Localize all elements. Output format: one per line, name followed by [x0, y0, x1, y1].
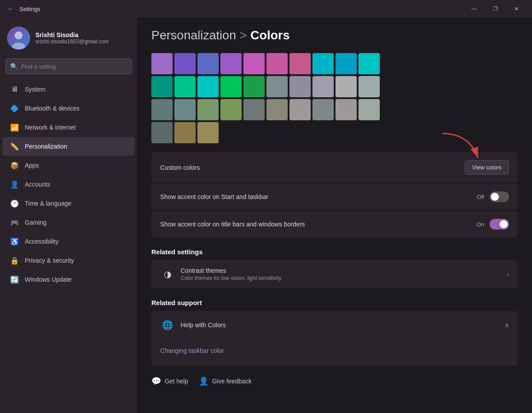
color-swatch-18[interactable] [335, 76, 357, 97]
color-swatch-10[interactable] [151, 76, 173, 97]
color-swatch-23[interactable] [220, 99, 242, 120]
help-icon: 🌐 [160, 318, 174, 332]
contrast-themes-text: Contrast themes Color themes for low vis… [181, 267, 281, 281]
sidebar-item-update[interactable]: 🔄 Windows Update [3, 270, 135, 289]
sidebar-item-system[interactable]: 🖥 System [3, 80, 135, 99]
get-help-item[interactable]: 💬 Get help [151, 376, 188, 386]
sidebar-label-network: Network & internet [25, 124, 76, 131]
help-title: Help with Colors [181, 321, 226, 329]
color-swatch-4[interactable] [243, 53, 265, 74]
accessibility-icon: ♿ [10, 237, 19, 246]
breadcrumb-separator: > [239, 28, 247, 42]
color-swatch-28[interactable] [335, 99, 357, 120]
accent-start-label: Show accent color on Start and taskbar [160, 193, 268, 200]
user-profile[interactable]: Srishti Sisodia srishti.sisodia1603@gmai… [0, 18, 137, 57]
feedback-label: Give feedback [212, 378, 252, 385]
nav-list: 🖥 System 🔷 Bluetooth & devices 📶 Network… [0, 80, 137, 289]
color-swatch-30[interactable] [151, 122, 173, 143]
personalization-icon: ✏️ [10, 141, 19, 151]
sidebar-item-apps[interactable]: 📦 Apps [3, 156, 135, 175]
accent-titlebar-label: Show accent color on title bars and wind… [160, 221, 305, 228]
breadcrumb: Personalization > Colors [151, 28, 518, 42]
contrast-themes-chevron: › [507, 271, 509, 278]
color-swatch-17[interactable] [312, 76, 334, 97]
sidebar-label-apps: Apps [25, 162, 39, 169]
help-body: Changing taskbar color [151, 339, 518, 366]
color-grid [151, 53, 518, 143]
color-swatch-7[interactable] [312, 53, 334, 74]
accent-start-toggle[interactable] [490, 191, 509, 202]
sidebar-label-system: System [25, 86, 46, 93]
title-bar: ← Settings — ❐ ✕ [0, 0, 532, 18]
sidebar-item-personalization[interactable]: ✏️ Personalization [3, 137, 135, 156]
color-swatch-11[interactable] [174, 76, 196, 97]
svg-point-1 [15, 31, 23, 39]
related-settings-heading: Related settings [151, 248, 518, 256]
update-icon: 🔄 [10, 275, 19, 284]
color-swatch-3[interactable] [220, 53, 242, 74]
color-swatch-26[interactable] [289, 99, 311, 120]
accounts-icon: 👤 [10, 180, 19, 189]
color-swatch-21[interactable] [174, 99, 196, 120]
color-swatch-13[interactable] [220, 76, 242, 97]
toggle-thumb [491, 193, 499, 201]
privacy-icon: 🔒 [10, 256, 19, 265]
help-link-taskbar[interactable]: Changing taskbar color [160, 343, 509, 359]
sidebar-item-gaming[interactable]: 🎮 Gaming [3, 213, 135, 232]
contrast-themes-subtitle: Color themes for low vision, light sensi… [181, 275, 281, 281]
breadcrumb-parent[interactable]: Personalization [151, 28, 236, 42]
view-colors-button[interactable]: View colors [465, 160, 509, 175]
color-swatch-14[interactable] [243, 76, 265, 97]
gaming-icon: 🎮 [10, 218, 19, 227]
sidebar-item-accessibility[interactable]: ♿ Accessibility [3, 232, 135, 251]
title-bar-title: Settings [19, 6, 460, 12]
color-swatch-15[interactable] [266, 76, 288, 97]
accent-titlebar-right: On [477, 219, 509, 229]
contrast-themes-title: Contrast themes [181, 267, 281, 274]
toggle-thumb-on [500, 220, 508, 228]
help-header[interactable]: 🌐 Help with Colors ∧ [151, 311, 518, 339]
color-swatch-6[interactable] [289, 53, 311, 74]
avatar [7, 27, 30, 50]
search-icon: 🔍 [10, 63, 18, 70]
sidebar-item-bluetooth[interactable]: 🔷 Bluetooth & devices [3, 99, 135, 118]
help-header-left: 🌐 Help with Colors [160, 318, 226, 332]
maximize-button[interactable]: ❐ [485, 2, 505, 16]
color-swatch-19[interactable] [359, 76, 380, 97]
search-input[interactable] [21, 63, 127, 70]
sidebar-item-accounts[interactable]: 👤 Accounts [3, 175, 135, 194]
color-swatch-1[interactable] [174, 53, 196, 74]
custom-colors-row: Custom colors View colors [151, 152, 518, 183]
color-swatch-8[interactable] [335, 53, 357, 74]
color-swatch-0[interactable] [151, 53, 173, 74]
color-swatch-29[interactable] [359, 99, 380, 120]
color-swatch-20[interactable] [151, 99, 173, 120]
color-swatch-24[interactable] [243, 99, 265, 120]
color-swatch-31[interactable] [174, 122, 196, 143]
minimize-button[interactable]: — [464, 2, 484, 16]
app-body: Srishti Sisodia srishti.sisodia1603@gmai… [0, 18, 532, 413]
color-swatch-2[interactable] [197, 53, 219, 74]
color-swatch-5[interactable] [266, 53, 288, 74]
color-swatch-25[interactable] [266, 99, 288, 120]
color-swatch-9[interactable] [359, 53, 380, 74]
sidebar-item-time[interactable]: 🕐 Time & language [3, 194, 135, 213]
bluetooth-icon: 🔷 [10, 103, 19, 113]
back-button[interactable]: ← [5, 4, 16, 14]
color-swatch-32[interactable] [197, 122, 219, 143]
custom-colors-label: Custom colors [160, 164, 200, 171]
sidebar-item-network[interactable]: 📶 Network & internet [3, 118, 135, 137]
search-box[interactable]: 🔍 [5, 58, 132, 74]
color-swatch-12[interactable] [197, 76, 219, 97]
color-swatch-27[interactable] [312, 99, 334, 120]
color-swatch-16[interactable] [289, 76, 311, 97]
color-swatch-22[interactable] [197, 99, 219, 120]
sidebar-label-privacy: Privacy & security [25, 257, 74, 264]
accent-start-row: Show accent color on Start and taskbar O… [151, 184, 518, 210]
main-content: Personalization > Colors Custom colors [137, 18, 532, 413]
feedback-item[interactable]: 👤 Give feedback [199, 376, 252, 386]
accent-titlebar-toggle[interactable] [490, 219, 509, 229]
close-button[interactable]: ✕ [506, 2, 527, 16]
sidebar-item-privacy[interactable]: 🔒 Privacy & security [3, 251, 135, 270]
contrast-themes-item[interactable]: ◑ Contrast themes Color themes for low v… [151, 260, 518, 288]
